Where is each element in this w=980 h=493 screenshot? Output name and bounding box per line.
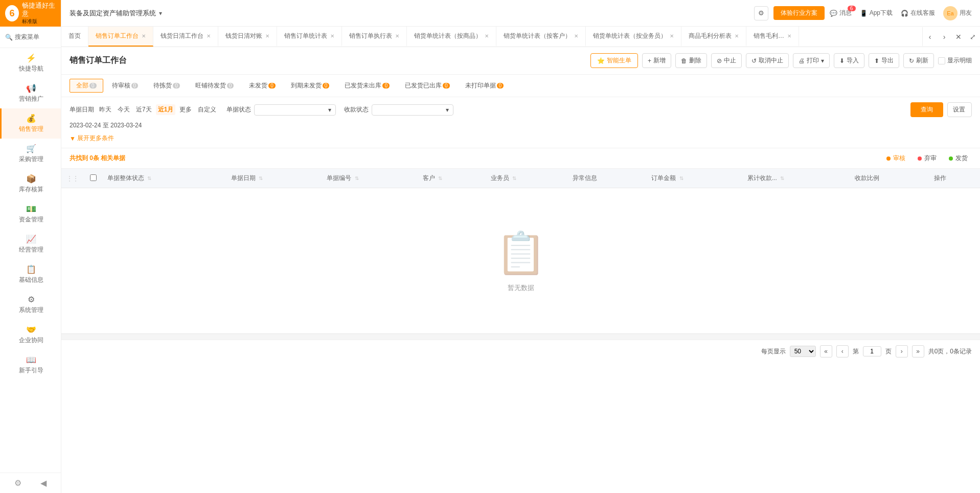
sub-tab-4[interactable]: 未发货0 (242, 79, 282, 93)
tab-close-10[interactable]: ✕ (787, 33, 791, 39)
show-detail-label[interactable]: 显示明细 (938, 56, 972, 65)
date-option-btn-4[interactable]: 更多 (177, 104, 194, 115)
sub-tab-3[interactable]: 旺铺待发货0 (189, 79, 241, 93)
date-option-btn-5[interactable]: 自定义 (196, 104, 218, 115)
sidebar-nav-item-7[interactable]: 📋基础信息 (0, 259, 61, 289)
sidebar-nav-item-2[interactable]: 💰销售管理 (0, 108, 61, 139)
th-number[interactable]: 单据编号 ⇅ (322, 169, 417, 188)
tab-close-1[interactable]: ✕ (142, 33, 146, 39)
sidebar-nav-item-9[interactable]: 🤝企业协同 (0, 320, 61, 350)
stop-btn[interactable]: ⊘ 中止 (711, 53, 742, 68)
tab-3[interactable]: 钱货日清对账✕ (218, 27, 277, 47)
horizontal-scrollbar[interactable] (61, 333, 980, 340)
tab-close-6[interactable]: ✕ (485, 33, 489, 39)
th-date[interactable]: 单据日期 ⇅ (226, 169, 322, 188)
tab-close-9[interactable]: ✕ (735, 33, 739, 39)
app-download-btn[interactable]: 📱 App下载 (860, 9, 893, 17)
smart-btn[interactable]: ⭐ 智能生单 (590, 53, 638, 68)
query-btn[interactable]: 查询 (910, 102, 943, 117)
online-service-btn[interactable]: 🎧 在线客服 (901, 9, 935, 17)
sidebar-nav-item-4[interactable]: 📦库存核算 (0, 169, 61, 199)
th-collected[interactable]: 累计收款... ⇅ (742, 169, 850, 188)
tabs-close-all-btn[interactable]: ✕ (951, 27, 966, 46)
sidebar-nav-item-0[interactable]: ⚡快捷导航 (0, 48, 61, 78)
messages-btn[interactable]: 💬 消息 6 (830, 9, 852, 17)
next-page-btn[interactable]: › (896, 345, 908, 357)
export-btn[interactable]: ⬆ 导出 (869, 53, 899, 68)
sidebar-collapse-button[interactable]: ◀ (40, 478, 47, 488)
sidebar-settings-button[interactable]: ⚙ (14, 478, 21, 488)
per-page-select[interactable]: 50 100 200 (790, 346, 816, 357)
th-checkbox[interactable] (84, 169, 102, 188)
prev-page-btn[interactable]: ‹ (836, 345, 849, 357)
th-exception: 异常信息 (567, 169, 647, 188)
date-option-btn-3[interactable]: 近1月 (156, 104, 176, 115)
tab-10[interactable]: 销售毛利…✕ (746, 27, 799, 47)
sub-tab-8[interactable]: 未打印单据0 (459, 79, 511, 93)
page-input[interactable] (863, 346, 881, 356)
cancel-stop-btn[interactable]: ↺ 取消中止 (746, 53, 789, 68)
sidebar-nav-item-1[interactable]: 📢营销推广 (0, 78, 61, 108)
tab-close-3[interactable]: ✕ (265, 33, 269, 39)
tab-9[interactable]: 商品毛利分析表✕ (681, 27, 746, 47)
tab-5[interactable]: 销售订单执行表✕ (342, 27, 407, 47)
tab-7[interactable]: 销货单统计表（按客户）✕ (496, 27, 586, 47)
sub-tab-0[interactable]: 全部0 (70, 79, 103, 93)
sub-tab-6[interactable]: 已发货未出库0 (338, 79, 396, 93)
print-btn[interactable]: 🖨 打印 ▾ (793, 53, 830, 68)
user-menu-btn[interactable]: Ea 用友 (943, 6, 972, 20)
sub-tab-5[interactable]: 到期未发货0 (284, 79, 336, 93)
tab-1[interactable]: 销售订单工作台✕ (88, 27, 153, 47)
date-option-btn-1[interactable]: 今天 (116, 104, 132, 115)
sidebar-nav-item-3[interactable]: 🛒采购管理 (0, 139, 61, 169)
tab-close-8[interactable]: ✕ (670, 33, 674, 39)
last-page-btn[interactable]: » (912, 345, 924, 357)
tab-2[interactable]: 钱货日清工作台✕ (153, 27, 218, 47)
sub-tab-2[interactable]: 待拣货0 (147, 79, 187, 93)
expand-filter-btn[interactable]: ▼ 展开更多条件 (70, 134, 114, 143)
tabs-prev-btn[interactable]: ‹ (923, 27, 937, 46)
th-customer[interactable]: 客户 ⇅ (418, 169, 486, 188)
tabs-maximize-btn[interactable]: ⤢ (966, 27, 980, 46)
show-detail-checkbox[interactable] (938, 57, 945, 64)
first-page-btn[interactable]: « (820, 345, 832, 357)
ship-btn[interactable]: 发货 (945, 152, 972, 164)
tab-close-5[interactable]: ✕ (395, 33, 399, 39)
tab-6[interactable]: 销货单统计表（按商品）✕ (407, 27, 496, 47)
status-select[interactable]: ▾ (254, 104, 336, 116)
nav-label-3: 采购管理 (19, 155, 43, 164)
import-btn[interactable]: ⬇ 导入 (834, 53, 864, 68)
audit-btn[interactable]: 审核 (882, 152, 909, 164)
date-option-btn-2[interactable]: 近7天 (134, 104, 154, 115)
th-amount[interactable]: 订单金额 ⇅ (646, 169, 742, 188)
cancel-audit-btn[interactable]: 弃审 (914, 152, 941, 164)
tab-0[interactable]: 首页 (61, 27, 88, 47)
nav-icon-0: ⚡ (26, 53, 36, 63)
refresh-btn[interactable]: ↻ 刷新 (903, 53, 934, 68)
sidebar-nav-item-6[interactable]: 📈经营管理 (0, 229, 61, 259)
sub-tab-1[interactable]: 待审核0 (105, 79, 145, 93)
sidebar-nav-item-8[interactable]: ⚙系统管理 (0, 289, 61, 320)
settings-btn[interactable]: 设置 (947, 102, 972, 117)
tab-8[interactable]: 销货单统计表（按业务员）✕ (586, 27, 681, 47)
tab-label-4: 销售订单统计表 (284, 32, 327, 40)
tab-4[interactable]: 销售订单统计表✕ (277, 27, 342, 47)
sidebar-nav-item-10[interactable]: 📖新手引导 (0, 350, 61, 380)
delete-btn[interactable]: 🗑 删除 (675, 53, 707, 68)
tab-label-2: 钱货日清工作台 (161, 32, 203, 40)
search-menu-button[interactable]: 🔍 搜索菜单 (5, 31, 56, 43)
new-btn[interactable]: + 新增 (642, 53, 671, 68)
payment-select[interactable]: ▾ (372, 104, 453, 116)
sidebar-nav-item-5[interactable]: 💵资金管理 (0, 199, 61, 229)
tabs-next-btn[interactable]: › (937, 27, 951, 46)
tab-close-2[interactable]: ✕ (207, 33, 211, 39)
date-option-btn-0[interactable]: 昨天 (97, 104, 113, 115)
system-title-dropdown[interactable]: ▾ (159, 10, 162, 17)
topbar-settings-button[interactable]: ⚙ (754, 6, 768, 20)
th-salesman[interactable]: 业务员 ⇅ (486, 169, 567, 188)
select-all-checkbox[interactable] (90, 174, 97, 181)
tab-close-4[interactable]: ✕ (330, 33, 334, 39)
sub-tab-7[interactable]: 已发货已出库0 (398, 79, 457, 93)
tab-close-7[interactable]: ✕ (574, 33, 578, 39)
trial-btn[interactable]: 体验行业方案 (773, 6, 825, 20)
